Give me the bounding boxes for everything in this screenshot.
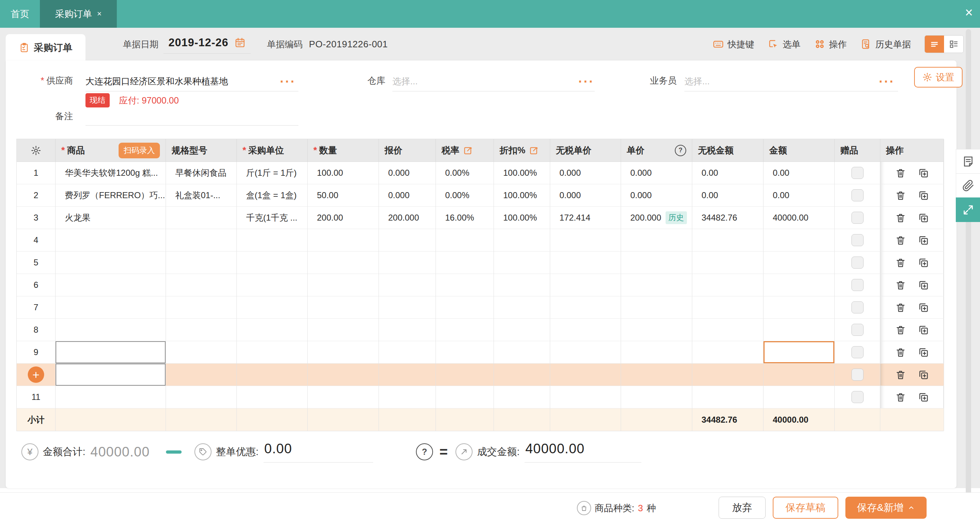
cell-untaxed_price[interactable] (550, 364, 621, 386)
cell-product[interactable] (56, 319, 166, 341)
scrollbar[interactable] (966, 29, 971, 520)
cell-quote[interactable] (379, 386, 436, 409)
cell-qty[interactable] (308, 274, 379, 296)
cell-qty[interactable]: 100.00 (308, 162, 379, 184)
cell-discount[interactable] (494, 229, 550, 252)
cell-discount[interactable]: 100.00% (494, 184, 550, 207)
tab-close-icon[interactable]: × (97, 9, 102, 19)
cell-product[interactable]: 火龙果 (56, 207, 166, 229)
document-tab[interactable]: 采购订单 (6, 34, 86, 61)
copy-row-button[interactable] (918, 212, 929, 223)
cell-tax[interactable]: 0.00% (436, 184, 494, 207)
delete-row-button[interactable] (895, 280, 906, 290)
history-docs-button[interactable]: 历史单据 (860, 38, 911, 50)
cell-price[interactable] (621, 386, 692, 409)
cell-price[interactable] (621, 252, 692, 274)
copy-row-button[interactable] (918, 168, 929, 178)
cell-amount[interactable]: 0.00 (764, 184, 835, 207)
cell-product[interactable] (56, 386, 166, 409)
tab-home[interactable]: 首页 (0, 0, 40, 28)
cell-untaxed_amount[interactable]: 34482.76 (692, 207, 764, 229)
gift-checkbox[interactable] (851, 346, 864, 358)
cell-tax[interactable] (436, 229, 494, 252)
window-close-icon[interactable]: × (965, 6, 973, 19)
columns-settings-button[interactable] (30, 145, 41, 156)
scan-entry-button[interactable]: 扫码录入 (119, 143, 160, 158)
cell-qty[interactable] (308, 319, 379, 341)
gift-checkbox[interactable] (851, 369, 864, 381)
cell-price[interactable] (621, 341, 692, 364)
delete-row-button[interactable] (895, 190, 906, 201)
cell-tax[interactable] (436, 364, 494, 386)
cell-untaxed_price[interactable] (550, 386, 621, 409)
delete-row-button[interactable] (895, 302, 906, 313)
cell-unit[interactable] (237, 252, 308, 274)
cell-price[interactable] (621, 296, 692, 319)
attachment-button[interactable] (956, 173, 980, 198)
deal-input[interactable]: 40000.00 (525, 441, 641, 463)
salesman-input[interactable]: 选择... (684, 75, 710, 87)
cell-discount[interactable] (494, 252, 550, 274)
cell-amount[interactable] (764, 229, 835, 252)
gift-checkbox[interactable] (851, 324, 864, 336)
copy-row-button[interactable] (918, 190, 929, 201)
cell-qty[interactable] (308, 229, 379, 252)
delete-row-button[interactable] (895, 369, 906, 380)
cell-discount[interactable] (494, 341, 550, 364)
cell-price[interactable] (621, 229, 692, 252)
cell-unit[interactable] (237, 319, 308, 341)
cell-qty[interactable] (308, 364, 379, 386)
cell-tax[interactable] (436, 274, 494, 296)
cell-untaxed_amount[interactable] (692, 341, 764, 364)
warehouse-input[interactable]: 选择... (393, 75, 418, 87)
gift-checkbox[interactable] (851, 301, 864, 314)
cell-product[interactable]: 费列罗（FERRERO）巧... (56, 184, 166, 207)
cell-discount[interactable]: 100.00% (494, 162, 550, 184)
hotkeys-button[interactable]: 快捷键 (713, 38, 754, 50)
cell-spec[interactable] (166, 207, 237, 229)
cell-untaxed_amount[interactable] (692, 296, 764, 319)
cell-unit[interactable] (237, 386, 308, 409)
save-and-new-button[interactable]: 保存&新增 (845, 497, 927, 519)
cell-spec[interactable]: 早餐休闲食品 (166, 162, 237, 184)
cell-untaxed_price[interactable]: 0.000 (550, 184, 621, 207)
cell-price[interactable]: 200.000历史 (621, 207, 692, 229)
cell-price[interactable] (621, 364, 692, 386)
cell-discount[interactable] (494, 364, 550, 386)
cell-tax[interactable] (436, 252, 494, 274)
gift-checkbox[interactable] (851, 391, 864, 403)
cell-tax[interactable]: 0.00% (436, 162, 494, 184)
delete-row-button[interactable] (895, 325, 906, 335)
cell-untaxed_price[interactable]: 172.414 (550, 207, 621, 229)
cell-amount[interactable] (764, 341, 835, 364)
cell-discount[interactable] (494, 386, 550, 409)
cell-unit[interactable]: 盒(1盒 = 1盒) (237, 184, 308, 207)
cell-qty[interactable]: 200.00 (308, 207, 379, 229)
cell-price[interactable] (621, 319, 692, 341)
copy-row-button[interactable] (918, 235, 929, 246)
gift-checkbox[interactable] (851, 257, 864, 269)
help-icon[interactable]: ? (416, 443, 433, 460)
cell-spec[interactable] (166, 252, 237, 274)
cell-spec[interactable] (166, 229, 237, 252)
cell-untaxed_amount[interactable] (692, 252, 764, 274)
copy-row-button[interactable] (918, 392, 929, 403)
cell-unit[interactable] (237, 296, 308, 319)
cell-qty[interactable] (308, 341, 379, 364)
delete-row-button[interactable] (895, 257, 906, 268)
cell-quote[interactable]: 0.000 (379, 184, 436, 207)
gift-checkbox[interactable] (851, 279, 864, 291)
fullscreen-button[interactable] (956, 198, 980, 222)
cancel-button[interactable]: 放弃 (719, 497, 765, 519)
cell-quote[interactable] (379, 252, 436, 274)
cell-qty[interactable] (308, 252, 379, 274)
cell-qty[interactable]: 50.00 (308, 184, 379, 207)
pick-order-button[interactable]: 选单 (768, 38, 800, 50)
cell-amount[interactable] (764, 364, 835, 386)
cell-untaxed_price[interactable]: 0.000 (550, 162, 621, 184)
cell-unit[interactable] (237, 229, 308, 252)
cell-unit[interactable] (237, 341, 308, 364)
cell-quote[interactable] (379, 341, 436, 364)
cell-amount[interactable] (764, 319, 835, 341)
delete-row-button[interactable] (895, 168, 906, 178)
